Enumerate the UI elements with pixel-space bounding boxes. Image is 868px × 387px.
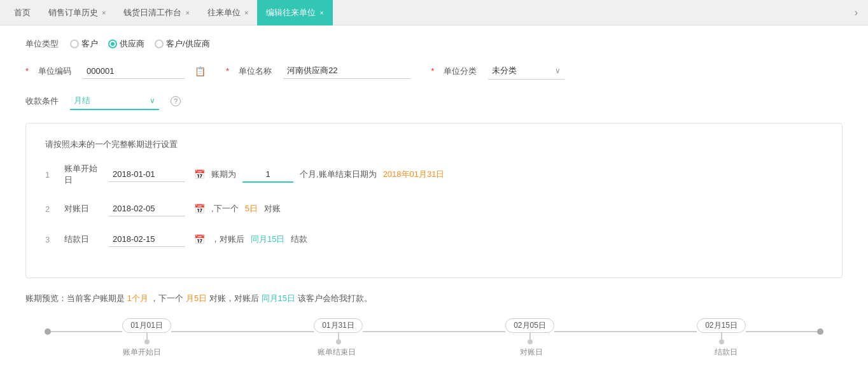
period-unit: 个月,账单结束日期为: [300, 169, 377, 180]
end-date: 2018年01月31日: [383, 169, 445, 180]
row2-suffix: 对账: [264, 203, 281, 215]
tl-dot-start: [45, 328, 51, 335]
setting-cal-2[interactable]: 📅: [194, 204, 205, 214]
tab-sales-history-close[interactable]: ×: [102, 9, 106, 17]
row3-prefix: ，对账后: [211, 234, 244, 245]
payment-row: 收款条件 月结 ∨ ?: [25, 92, 843, 110]
preview-bar: 账期预览：当前客户账期是 1个月 ，下一个 月5日 对账，对账后 同月15日 该…: [25, 291, 843, 306]
tab-partner-unit-close[interactable]: ×: [244, 9, 248, 17]
unit-category-arrow: ∨: [555, 66, 561, 75]
unit-type-row: 单位类型 客户 供应商 客户/供应商: [25, 38, 843, 50]
tl-badge-1: 01月01日: [122, 318, 171, 333]
unit-name-input[interactable]: [283, 64, 410, 79]
tab-more-button[interactable]: ›: [850, 7, 863, 18]
timeline-line-row: 01月01日 01月31日 02月05日 02月15日: [32, 318, 836, 344]
period-input[interactable]: [242, 167, 293, 183]
unit-code-input[interactable]: [83, 64, 185, 79]
tl-seg-4: [554, 331, 697, 332]
tab-home[interactable]: 首页: [5, 0, 39, 25]
tl-vert-2: [338, 333, 339, 339]
radio-both-label: 客户/供应商: [166, 38, 210, 50]
setting-date-2[interactable]: [109, 201, 185, 216]
setting-cal-3[interactable]: 📅: [194, 234, 205, 244]
tl-dot-1: [144, 339, 150, 344]
row3-suffix: 结款: [291, 234, 307, 245]
unit-code-icon[interactable]: 📋: [195, 66, 206, 76]
tl-name-1: 账单开始日: [123, 347, 161, 358]
preview-part3: 同月15日: [262, 293, 295, 303]
tl-node-2: 01月31日: [314, 318, 363, 344]
tl-name-4: 结款日: [715, 347, 738, 358]
setting-date-1[interactable]: [109, 167, 185, 182]
tab-home-label: 首页: [14, 7, 31, 18]
row3-highlight: 同月15日: [251, 234, 284, 245]
tab-partner-unit[interactable]: 往来单位 ×: [199, 0, 257, 25]
tl-node-1: 01月01日: [122, 318, 171, 344]
unit-code-label: 单位编码: [38, 66, 71, 77]
preview-label: 账期预览：当前客户账期是: [25, 293, 125, 303]
unit-category-value: 未分类: [492, 65, 552, 76]
settings-box: 请按照未来的一个完整帐期进行设置 1 账单开始日 📅 账期为 个月,账单结束日期…: [25, 123, 843, 278]
unit-info-row: * 单位编码 📋 * 单位名称 * 单位分类 未分类 ∨: [25, 62, 843, 80]
tab-edit-partner-close[interactable]: ×: [319, 9, 323, 17]
tab-sales-history[interactable]: 销售订单历史 ×: [39, 0, 115, 25]
preview-connector1: ，下一个: [150, 293, 183, 303]
unit-code-required: *: [25, 66, 29, 76]
row2-prefix: ,下一个: [211, 203, 239, 215]
payment-help-icon[interactable]: ?: [171, 96, 181, 106]
tl-badge-4: 02月15日: [697, 318, 746, 333]
setting-row-2: 2 对账日 📅 ,下一个 5日 对账: [45, 201, 823, 216]
radio-both[interactable]: 客户/供应商: [155, 38, 210, 50]
tl-name-2: 账单结束日: [318, 347, 356, 358]
timeline-labels-row: 账单开始日 账单结束日 对账日 结款日: [32, 347, 836, 358]
tab-sales-history-label: 销售订单历史: [48, 7, 98, 18]
radio-both-circle: [155, 39, 164, 48]
payment-value: 月结: [74, 95, 147, 106]
radio-customer-label: 客户: [81, 38, 98, 50]
tab-bar: 首页 销售订单历史 × 钱货日清工作台 × 往来单位 × 编辑往来单位 × ›: [0, 0, 868, 25]
tab-cash-work[interactable]: 钱货日清工作台 ×: [115, 0, 198, 25]
tab-edit-partner-label: 编辑往来单位: [266, 7, 316, 18]
period-label: 账期为: [211, 169, 236, 180]
unit-type-radio-group: 客户 供应商 客户/供应商: [70, 38, 210, 50]
preview-part2: 月5日: [186, 293, 207, 303]
tab-partner-unit-label: 往来单位: [207, 7, 241, 18]
tl-badge-2: 01月31日: [314, 318, 363, 333]
setting-date-3[interactable]: [109, 232, 185, 247]
tl-vert-1: [146, 333, 148, 339]
radio-supplier[interactable]: 供应商: [108, 38, 144, 50]
setting-cal-1[interactable]: 📅: [194, 169, 205, 179]
timeline-section: 01月01日 01月31日 02月05日 02月15日: [25, 318, 843, 358]
tab-edit-partner[interactable]: 编辑往来单位 ×: [257, 0, 332, 25]
payment-label: 收款条件: [25, 95, 59, 107]
unit-category-select[interactable]: 未分类 ∨: [488, 62, 564, 80]
tab-cash-work-close[interactable]: ×: [185, 9, 189, 17]
tl-seg-5: [746, 331, 817, 332]
tl-seg-3: [363, 331, 505, 332]
tl-dot-4: [719, 339, 724, 344]
setting-row-3: 3 结款日 📅 ，对账后 同月15日 结款: [45, 232, 823, 247]
preview-suffix: 该客户会给我打款。: [298, 293, 372, 303]
tl-node-4: 02月15日: [697, 318, 746, 344]
setting-num-3: 3: [45, 235, 58, 244]
settings-title: 请按照未来的一个完整帐期进行设置: [45, 139, 823, 150]
preview-part1: 1个月: [127, 293, 148, 303]
tl-dot-end: [817, 328, 823, 335]
radio-customer[interactable]: 客户: [70, 38, 98, 50]
payment-arrow: ∨: [150, 96, 155, 105]
tab-cash-work-label: 钱货日清工作台: [123, 7, 181, 18]
unit-name-required: *: [226, 66, 229, 76]
payment-select[interactable]: 月结 ∨: [70, 92, 159, 110]
tl-badge-3: 02月05日: [505, 318, 554, 333]
tl-dot-3: [528, 339, 533, 344]
radio-supplier-circle: [108, 39, 117, 48]
page-content: 单位类型 客户 供应商 客户/供应商 * 单位编码 📋 * 单位名称 * 单位分…: [0, 25, 868, 387]
preview-connector2: 对账，对账后: [209, 293, 259, 303]
setting-type-3: 结款日: [64, 234, 102, 245]
radio-supplier-label: 供应商: [120, 38, 144, 50]
radio-customer-circle: [70, 39, 79, 48]
unit-category-label: 单位分类: [444, 66, 477, 77]
tl-name-3: 对账日: [520, 347, 543, 358]
tl-node-3: 02月05日: [505, 318, 554, 344]
setting-type-1: 账单开始日: [64, 163, 102, 186]
